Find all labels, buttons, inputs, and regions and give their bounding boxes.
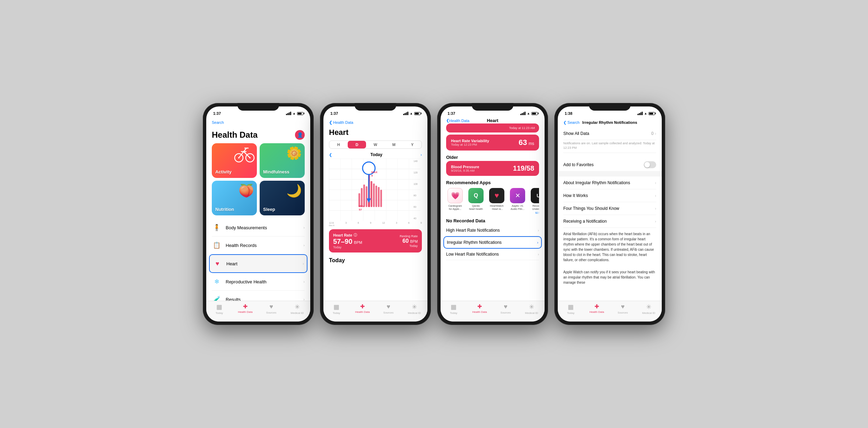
- bp-date: 9/20/16, 9:35 AM: [451, 169, 479, 172]
- s4-about[interactable]: About Irregular Rhythm Notifications ›: [563, 177, 656, 189]
- tab-medical-1[interactable]: ✳ Medical ID: [284, 303, 310, 315]
- time-btn-w[interactable]: W: [366, 141, 384, 148]
- back-arrow-2: ❮: [329, 120, 332, 125]
- pink-banner: Today at 11:23 AM: [446, 123, 539, 132]
- status-icons-3: ▲: [520, 112, 538, 115]
- bp-value: 119/58: [513, 164, 534, 172]
- tab-medical-icon-1: ✳: [295, 303, 300, 311]
- y-label-120: 120: [414, 171, 422, 174]
- repro-label: Reproductive Health: [226, 279, 303, 284]
- status-time-1: 1:37: [213, 111, 221, 115]
- content-2: Heart H D W M Y ❮ Today ›: [323, 127, 427, 301]
- tile-mindfulness[interactable]: Mindfulness 🌼: [260, 143, 305, 178]
- svg-rect-24: [361, 188, 363, 207]
- tab-sources-2[interactable]: ♥ Sources: [375, 303, 401, 314]
- list-item-heart[interactable]: ♥ Heart ›: [209, 254, 307, 273]
- tab-health-3[interactable]: ✚ Health Data: [467, 303, 493, 314]
- svg-text:9: 9: [371, 174, 373, 177]
- tile-nutrition[interactable]: Nutrition 🍑: [212, 181, 257, 215]
- s4-add-favorites[interactable]: Add to Favorites: [563, 159, 656, 171]
- rec-apps: 💗 Cardiogramfor Apple... Q Qardioheart h…: [446, 188, 539, 215]
- tab-today-1[interactable]: ▦ Today: [206, 303, 232, 315]
- tab-today-4[interactable]: ▦ Today: [558, 303, 584, 315]
- records-icon: 📋: [212, 240, 222, 250]
- no-data-item-high[interactable]: High Heart Rate Notifications ›: [446, 225, 539, 236]
- svg-line-5: [244, 152, 250, 158]
- time-btn-h[interactable]: H: [329, 141, 348, 148]
- tab-medical-4[interactable]: ✳ Medical ID: [636, 303, 662, 315]
- list-item-results[interactable]: 🧪 Results ›: [212, 291, 305, 301]
- list-item-body[interactable]: 🧍 Body Measurements ›: [212, 219, 305, 237]
- list-section-1: 🧍 Body Measurements › 📋 Health Records ›…: [206, 219, 310, 301]
- list-item-records[interactable]: 📋 Health Records ›: [212, 237, 305, 254]
- nutrition-icon: 🍑: [238, 183, 254, 198]
- tab-health-4[interactable]: ✚ Health Data: [584, 303, 610, 314]
- no-data-title: No Recorded Data: [446, 218, 539, 223]
- tile-sleep[interactable]: Sleep 🌙: [260, 181, 305, 215]
- tab-sources-3[interactable]: ♥ Sources: [493, 303, 519, 314]
- tab-bar-1: ▦ Today ✚ Health Data ♥ Sources ✳ Medica…: [206, 301, 310, 322]
- tab-health-2[interactable]: ✚ Health Data: [349, 303, 375, 314]
- add-favorites-toggle[interactable]: [644, 161, 656, 168]
- hrv-label: Heart Rate Variability: [451, 139, 489, 143]
- tile-activity-label: Activity: [215, 169, 253, 174]
- tab-medical-icon-2: ✳: [412, 303, 417, 311]
- s4-receiving[interactable]: Receiving a Notification ›: [563, 215, 656, 228]
- no-data-high-chevron: ›: [538, 228, 539, 232]
- tab-today-3[interactable]: ▦ Today: [441, 303, 467, 315]
- y-axis: 140 120 100 80 60 40: [414, 159, 422, 221]
- hr-value: 57–90: [333, 238, 353, 245]
- app-aaptiv-icon: ✕: [510, 188, 525, 203]
- s4-how-it-works[interactable]: How It Works ›: [563, 189, 656, 202]
- content-3: Today at 11:23 AM Heart Rate Variability…: [441, 123, 545, 301]
- rec-app-cardio[interactable]: 💗 Cardiogramfor Apple...: [446, 188, 464, 214]
- tab-medical-3[interactable]: ✳ Medical ID: [519, 303, 545, 315]
- tab-sources-1[interactable]: ♥ Sources: [258, 303, 284, 314]
- records-chevron: ›: [303, 243, 305, 247]
- back-label-4[interactable]: ❮ Search: [563, 120, 580, 125]
- content-4: Show All Data 0 › Notifications are on. …: [558, 127, 662, 301]
- tab-health-1[interactable]: ✚ Health Data: [232, 303, 258, 314]
- time-btn-y[interactable]: Y: [403, 141, 422, 148]
- chart-prev[interactable]: ❮: [329, 153, 332, 157]
- tab-medical-2[interactable]: ✳ Medical ID: [401, 303, 427, 315]
- s4-four-things[interactable]: Four Things You Should Know ›: [563, 202, 656, 215]
- tab-bar-3: ▦ Today ✚ Health Data ♥ Sources ✳ Medica…: [441, 301, 545, 322]
- phone-4: 1:38 ▲ ❮ Search Irregular: [554, 103, 665, 325]
- no-data-high-label: High Heart Rate Notifications: [446, 228, 500, 233]
- four-label: Four Things You Should Know: [563, 206, 619, 211]
- rec-app-aaptiv[interactable]: ✕ Aaptiv: #1Audio Fitn...: [509, 188, 527, 214]
- chart-next[interactable]: ›: [420, 153, 422, 157]
- s4-show-all[interactable]: Show All Data 0 ›: [563, 127, 656, 140]
- tile-activity[interactable]: Activity: [212, 143, 257, 178]
- back-label-1[interactable]: Search: [212, 120, 224, 125]
- info-icon-hr[interactable]: ⓘ: [354, 233, 357, 238]
- time-btn-m[interactable]: M: [385, 141, 403, 148]
- list-item-repro[interactable]: ❄ Reproductive Health ›: [212, 273, 305, 291]
- signal-icon-3: [520, 112, 526, 115]
- svg-rect-29: [373, 183, 375, 207]
- back-label-3[interactable]: ❮ Health Data: [446, 118, 469, 123]
- rec-app-heartwatch[interactable]: ♥ HeartWatch· Heart &...: [488, 188, 506, 214]
- tab-sources-4[interactable]: ♥ Sources: [610, 303, 636, 314]
- tab-today-icon-3: ▦: [451, 303, 457, 311]
- divider-1: [563, 153, 656, 159]
- profile-icon-1[interactable]: 👤: [295, 130, 305, 140]
- back-label-2[interactable]: Health Data: [333, 120, 353, 125]
- older-label: Older: [441, 153, 545, 161]
- time-btn-d[interactable]: D: [348, 141, 366, 148]
- app-qardio-icon: Q: [468, 188, 484, 203]
- tab-medical-label-4: Medical ID: [642, 311, 656, 315]
- heart-icon: ♥: [212, 259, 222, 268]
- chart-nav: ❮ Today ›: [323, 151, 427, 159]
- tab-health-icon-2: ✚: [360, 303, 365, 310]
- x-label-6p: 6: [408, 222, 410, 226]
- no-data-item-low[interactable]: Low Heart Rate Notifications ›: [446, 249, 539, 260]
- battery-icon-3: [531, 112, 538, 115]
- rec-app-record[interactable]: U Record byUnder Ar... $2.99: [529, 188, 539, 214]
- mindfulness-icon: 🌼: [286, 146, 302, 161]
- receiving-chevron: ›: [655, 219, 656, 223]
- no-data-item-irregular[interactable]: Irregular Rhythm Notifications ›: [443, 236, 542, 249]
- rec-app-qardio[interactable]: Q Qardioheart health: [467, 188, 485, 214]
- tab-today-2[interactable]: ▦ Today: [323, 303, 349, 315]
